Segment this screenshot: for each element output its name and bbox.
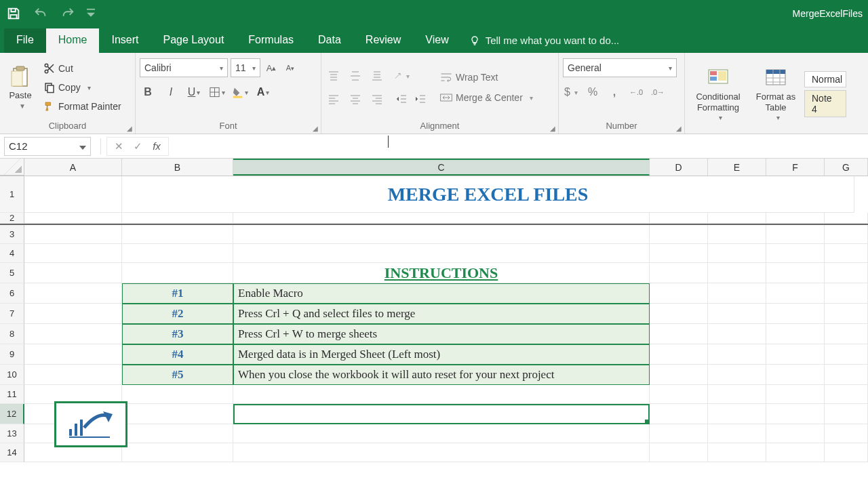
dialog-launcher-icon[interactable]: ◢	[550, 125, 555, 132]
format-painter-button[interactable]: Format Painter	[41, 99, 124, 114]
table-row[interactable]: #4	[122, 344, 233, 365]
align-right-icon[interactable]	[369, 91, 385, 107]
table-row[interactable]: #5	[122, 365, 233, 385]
row-head[interactable]: 11	[0, 385, 24, 404]
tab-file[interactable]: File	[4, 28, 46, 53]
row-head[interactable]: 7	[0, 304, 24, 324]
col-head-d[interactable]: D	[650, 159, 708, 176]
enter-icon[interactable]: ✓	[132, 140, 144, 152]
table-row[interactable]: #3	[122, 324, 233, 344]
col-head-a[interactable]: A	[24, 159, 122, 176]
instructions-header[interactable]: INSTRUCTIONS	[233, 263, 650, 283]
tab-data[interactable]: Data	[306, 28, 353, 53]
name-box[interactable]: C12	[4, 137, 91, 156]
increase-indent-icon[interactable]	[412, 91, 429, 107]
chevron-down-icon: ▾	[530, 94, 533, 102]
col-head-e[interactable]: E	[708, 159, 766, 176]
decrease-indent-icon[interactable]	[393, 91, 410, 107]
row-head[interactable]: 5	[0, 263, 24, 283]
merge-center-button[interactable]: Merge & Center ▾	[437, 90, 536, 105]
col-head-g[interactable]: G	[825, 159, 868, 176]
active-cell[interactable]	[233, 404, 650, 424]
tab-insert[interactable]: Insert	[99, 28, 151, 53]
increase-font-icon[interactable]: A▴	[263, 60, 279, 76]
style-normal[interactable]: Normal	[804, 71, 846, 87]
cell[interactable]	[24, 176, 122, 213]
dialog-launcher-icon[interactable]: ◢	[127, 125, 132, 132]
table-row[interactable]: Merged data is in Merged Sheet (Left mos…	[233, 344, 650, 365]
underline-button[interactable]: U▾	[186, 84, 202, 100]
font-color-button[interactable]: A▾	[255, 84, 271, 100]
worksheet-grid[interactable]: A B C D E F G 1 MERGE EXCEL FILES 2 3 4 …	[0, 159, 868, 462]
wrap-text-icon	[439, 71, 453, 83]
insert-function-icon[interactable]: fx	[151, 140, 163, 152]
row-head[interactable]: 10	[0, 365, 24, 385]
decrease-decimal-icon[interactable]: .0→	[650, 84, 666, 100]
tab-formulas[interactable]: Formulas	[236, 28, 306, 53]
tab-home[interactable]: Home	[46, 28, 100, 53]
align-left-icon[interactable]	[326, 91, 342, 107]
orientation-icon[interactable]: ▾	[393, 68, 410, 84]
style-note4[interactable]: Note 4	[804, 90, 846, 117]
wrap-text-button[interactable]: Wrap Text	[437, 70, 536, 85]
row-head[interactable]: 1	[0, 176, 24, 213]
table-row[interactable]: Press Crl + Q and select files to merge	[233, 304, 650, 324]
chevron-down-icon: ▾	[252, 64, 256, 72]
col-head-c[interactable]: C	[233, 159, 650, 176]
dialog-launcher-icon[interactable]: ◢	[676, 125, 682, 132]
tab-view[interactable]: View	[413, 28, 460, 53]
row-head[interactable]: 12	[0, 404, 24, 424]
conditional-formatting-button[interactable]: Conditional Formatting▾	[689, 64, 747, 123]
cut-button[interactable]: Cut	[41, 61, 124, 76]
increase-decimal-icon[interactable]: ←.0	[628, 84, 644, 100]
row-head[interactable]: 14	[0, 443, 24, 462]
chevron-down-icon: ▼	[19, 102, 26, 110]
number-format-combo[interactable]: General▾	[563, 58, 677, 77]
tab-page-layout[interactable]: Page Layout	[151, 28, 236, 53]
table-row[interactable]: #2	[122, 304, 233, 324]
row-head[interactable]: 9	[0, 344, 24, 365]
dialog-launcher-icon[interactable]: ◢	[313, 125, 318, 132]
col-head-b[interactable]: B	[122, 159, 233, 176]
row-head[interactable]: 8	[0, 324, 24, 344]
row-head[interactable]: 13	[0, 424, 24, 443]
borders-button[interactable]: ▾	[209, 84, 225, 100]
select-all-corner[interactable]	[0, 159, 24, 176]
percent-format-icon[interactable]: %	[585, 84, 601, 100]
decrease-font-icon[interactable]: A▾	[282, 60, 298, 76]
table-row[interactable]: When you close the workbook it will auto…	[233, 365, 650, 385]
table-row[interactable]: #1	[122, 283, 233, 304]
table-row[interactable]: Press Crl + W to merge sheets	[233, 324, 650, 344]
paste-button[interactable]: Paste ▼	[4, 63, 37, 112]
align-middle-icon[interactable]	[347, 68, 363, 84]
cancel-icon[interactable]: ✕	[113, 140, 125, 152]
table-row[interactable]: Enable Macro	[233, 283, 650, 304]
undo-icon[interactable]	[33, 5, 49, 22]
row-head[interactable]: 3	[0, 225, 24, 244]
format-as-table-button[interactable]: Format as Table▾	[750, 64, 802, 123]
sheet-title[interactable]: MERGE EXCEL FILES	[122, 176, 854, 213]
bold-button[interactable]: B	[140, 84, 156, 100]
copy-button[interactable]: Copy ▾	[41, 80, 124, 95]
align-center-icon[interactable]	[347, 91, 363, 107]
fill-color-button[interactable]: ▾	[232, 84, 248, 100]
redo-icon[interactable]	[60, 5, 76, 22]
font-name-combo[interactable]: Calibri▾	[140, 58, 228, 77]
svg-rect-14	[718, 71, 726, 81]
customize-qat-icon[interactable]	[87, 5, 95, 22]
accounting-format-icon[interactable]: $▾	[563, 84, 579, 100]
col-head-f[interactable]: F	[766, 159, 825, 176]
tell-me-search[interactable]: Tell me what you want to do...	[461, 29, 628, 53]
formula-input[interactable]	[173, 137, 868, 156]
font-size-combo[interactable]: 11▾	[231, 58, 260, 77]
tab-review[interactable]: Review	[353, 28, 413, 53]
align-bottom-icon[interactable]	[369, 68, 385, 84]
comma-format-icon[interactable]: ,	[606, 84, 623, 100]
cell-styles-gallery[interactable]: Normal Note 4	[804, 71, 846, 117]
row-head[interactable]: 4	[0, 244, 24, 263]
align-top-icon[interactable]	[326, 68, 342, 84]
save-icon[interactable]	[5, 5, 22, 22]
row-head[interactable]: 6	[0, 283, 24, 304]
row-head[interactable]: 2	[0, 213, 24, 224]
italic-button[interactable]: I	[163, 84, 179, 100]
